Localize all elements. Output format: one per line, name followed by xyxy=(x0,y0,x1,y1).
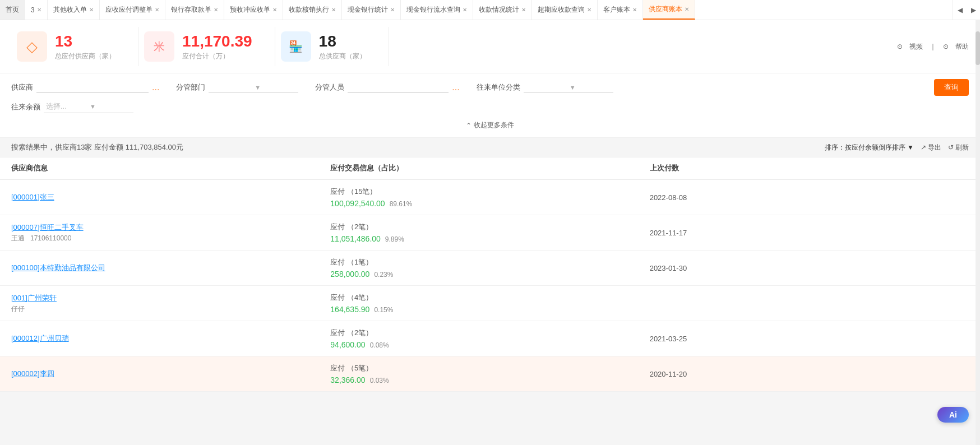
supplier-link-4[interactable]: [000012]广州贝瑞 xyxy=(11,334,69,342)
export-label: 导出 xyxy=(928,143,941,152)
trade-amount-0: 100,092,540.0089.61% xyxy=(330,199,649,208)
balance-select-value: 选择... xyxy=(46,101,87,112)
tab-supplier-account-close[interactable]: ✕ xyxy=(685,6,689,12)
tab-overdue-label: 超期应收款查询 xyxy=(538,5,585,15)
supplier-input[interactable] xyxy=(36,82,149,93)
scrollbar-thumb[interactable] xyxy=(976,31,980,65)
tab-other-income-close[interactable]: ✕ xyxy=(89,7,94,13)
tab-collection-close[interactable]: ✕ xyxy=(331,7,336,13)
tab-bank-deposit-close[interactable]: ✕ xyxy=(214,7,218,13)
nav-prev-btn[interactable]: ◀ xyxy=(953,0,967,20)
video-link[interactable]: 视频 xyxy=(909,42,923,52)
tab-home[interactable]: 首页 xyxy=(0,0,25,20)
supplier-cell-1: [000007]恒旺二手叉车 王通 17106110000 xyxy=(11,222,330,243)
tab-cash-flow[interactable]: 现金银行流水查询 ✕ xyxy=(401,0,473,20)
tab-payment-stats-close[interactable]: ✕ xyxy=(521,7,526,13)
trade-label-1: 应付 （2笔） xyxy=(330,222,649,232)
tab-overdue-close[interactable]: ✕ xyxy=(587,7,591,13)
last-pay-0: 2022-08-08 xyxy=(650,193,687,202)
total-payable-number: 11,170.39 xyxy=(182,33,252,50)
balance-chevron-icon: ▼ xyxy=(90,103,131,110)
supplier-cell-3: [001]广州荣轩 仔仔 xyxy=(11,293,330,314)
supplier-cell-0: [000001]张三 xyxy=(11,192,330,202)
supplier-link-3[interactable]: [001]广州荣轩 xyxy=(11,294,57,302)
trade-count-2: （1笔） xyxy=(347,258,373,266)
total-payable-info: 11,170.39 应付合计（万） xyxy=(182,33,252,61)
person-label: 分管人员 xyxy=(315,82,344,92)
supplier-link-0[interactable]: [000001]张三 xyxy=(11,193,54,201)
tab-prepay[interactable]: 预收冲应收单 ✕ xyxy=(224,0,283,20)
trade-cell-1: 应付 （2笔） 11,051,486.009.89% xyxy=(330,222,649,243)
main-table: 供应商信息 应付交易信息（占比） 上次付数 [000001]张三 应付 （15笔… xyxy=(0,157,980,392)
result-bar: 搜索结果中，供应商13家 应付金额 111,703,854.00元 排序：按应付… xyxy=(0,138,980,157)
total-suppliers-icon: 🏪 xyxy=(281,31,311,62)
sort-select[interactable]: 排序：按应付余额倒序排序 ▼ xyxy=(825,143,914,152)
table-row: [000100]本特勤油品有限公司 应付 （1笔） 258,000.000.23… xyxy=(0,251,980,286)
trade-cell-5: 应付 （5笔） 32,366.000.03% xyxy=(330,363,649,384)
tab-cash-flow-label: 现金银行流水查询 xyxy=(406,5,460,15)
collapse-label: 收起更多条件 xyxy=(474,120,514,130)
nav-next-btn[interactable]: ▶ xyxy=(967,0,980,20)
balance-select[interactable]: 选择... ▼ xyxy=(44,100,133,113)
supplier-link-1[interactable]: [000007]恒旺二手叉车 xyxy=(11,223,84,231)
tab-bank-deposit-label: 银行存取款单 xyxy=(171,5,211,15)
refresh-label: 刷新 xyxy=(955,143,969,152)
payable-suppliers-info: 13 总应付供应商（家） xyxy=(55,33,115,61)
tab-3[interactable]: 3 ✕ xyxy=(25,0,48,20)
filter-supplier: 供应商 ... xyxy=(11,82,159,93)
table-row: [000002]李四 应付 （5笔） 32,366.000.03% 2020-1… xyxy=(0,356,980,392)
tab-supplier-account[interactable]: 供应商账本 ✕ xyxy=(643,0,695,20)
tab-3-close[interactable]: ✕ xyxy=(37,7,41,13)
export-button[interactable]: ↗ 导出 xyxy=(921,143,941,152)
supplier-dots[interactable]: ... xyxy=(152,82,159,92)
tab-cash-stats[interactable]: 现金银行统计 ✕ xyxy=(342,0,401,20)
tab-customer-account[interactable]: 客户账本 ✕ xyxy=(598,0,643,20)
dept-select[interactable]: ▼ xyxy=(209,83,298,92)
trade-amount-4: 94,600.000.08% xyxy=(330,340,649,349)
sort-area: 排序：按应付余额倒序排序 ▼ ↗ 导出 ↺ 刷新 xyxy=(825,143,969,152)
tab-overdue[interactable]: 超期应收款查询 ✕ xyxy=(532,0,598,20)
tab-customer-account-close[interactable]: ✕ xyxy=(632,7,637,13)
tab-collection[interactable]: 收款核销执行 ✕ xyxy=(283,0,342,20)
trade-count-4: （2笔） xyxy=(347,328,373,337)
tab-payment-stats[interactable]: 收款情况统计 ✕ xyxy=(473,0,532,20)
search-button[interactable]: 查询 xyxy=(934,79,969,96)
tab-adjustment-close[interactable]: ✕ xyxy=(155,7,159,13)
tab-cash-stats-close[interactable]: ✕ xyxy=(390,7,395,13)
supplier-label: 供应商 xyxy=(11,82,33,92)
filter-row-1: 供应商 ... 分管部门 ▼ 分管人员 ... 往来单位分类 ▼ 查询 xyxy=(11,79,969,96)
tab-other-income-label: 其他收入单 xyxy=(53,5,87,15)
person-dots[interactable]: ... xyxy=(452,82,459,92)
tab-cash-flow-close[interactable]: ✕ xyxy=(463,7,467,13)
trade-count-1: （2笔） xyxy=(347,222,373,231)
trade-amount-1: 11,051,486.009.89% xyxy=(330,234,649,243)
tab-prepay-close[interactable]: ✕ xyxy=(272,7,277,13)
supplier-link-2[interactable]: [000100]本特勤油品有限公司 xyxy=(11,263,105,272)
refresh-button[interactable]: ↺ 刷新 xyxy=(948,143,969,152)
col-supplier-info: 供应商信息 xyxy=(11,163,330,173)
supplier-cell-5: [000002]李四 xyxy=(11,369,330,379)
last-pay-cell-5: 2020-11-20 xyxy=(650,370,969,378)
supplier-cell-4: [000012]广州贝瑞 xyxy=(11,333,330,344)
tab-prepay-label: 预收冲应收单 xyxy=(230,5,270,15)
person-input[interactable] xyxy=(348,82,449,93)
tab-cash-stats-label: 现金银行统计 xyxy=(348,5,388,15)
table-row: [000007]恒旺二手叉车 王通 17106110000 应付 （2笔） 11… xyxy=(0,215,980,251)
supplier-link-5[interactable]: [000002]李四 xyxy=(11,369,54,378)
filter-row-2: 往来余额 选择... ▼ xyxy=(11,100,969,113)
help-icon: ⊙ xyxy=(943,43,949,50)
category-select[interactable]: ▼ xyxy=(524,83,613,92)
supplier-cell-2: [000100]本特勤油品有限公司 xyxy=(11,263,330,273)
scrollbar-track[interactable] xyxy=(976,20,980,392)
sort-chevron-icon: ▼ xyxy=(907,143,914,151)
help-link[interactable]: 帮助 xyxy=(955,42,969,52)
payable-suppliers-label: 总应付供应商（家） xyxy=(55,52,115,61)
summary-right-links: ⊙ 视频 ｜ ⊙ 帮助 xyxy=(897,42,969,52)
tab-other-income[interactable]: 其他收入单 ✕ xyxy=(48,0,100,20)
filter-dept: 分管部门 ▼ xyxy=(176,82,298,92)
divider: ｜ xyxy=(930,42,936,52)
dept-label: 分管部门 xyxy=(176,82,205,92)
collapse-button[interactable]: ⌃ 收起更多条件 xyxy=(11,118,969,135)
tab-bank-deposit[interactable]: 银行存取款单 ✕ xyxy=(165,0,224,20)
tab-adjustment[interactable]: 应收应付调整单 ✕ xyxy=(100,0,165,20)
